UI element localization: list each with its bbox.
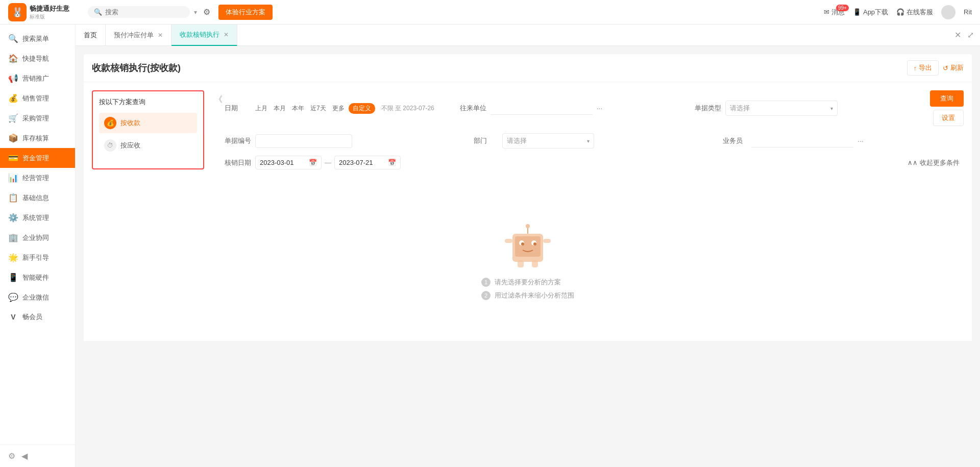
search-dropdown-btn[interactable]: ▾ [194, 9, 197, 16]
doc-no-label: 单据编号 [225, 136, 251, 145]
svg-rect-9 [543, 239, 551, 243]
header-left: 🐰 畅捷通好生意 标准版 🔍 ▾ ⚙ 体验行业方案 [8, 3, 824, 21]
message-btn[interactable]: ✉ 消息 99+ [824, 8, 845, 17]
dept-select[interactable]: 请选择 ▾ [502, 133, 594, 149]
empty-state-illustration [497, 218, 558, 269]
tab-bar-end: ✕ ⤢ [952, 28, 980, 42]
filter-query-type-box: 按以下方案查询 💰 按收款 ⏱ 按应收 [92, 90, 204, 169]
shortcut-more[interactable]: 更多 [330, 103, 347, 114]
app-name: 畅捷通好生意 [30, 4, 69, 13]
filter-group-party: 往来单位 ··· [460, 102, 687, 115]
party-dots-btn[interactable]: ··· [597, 104, 603, 112]
query-btn[interactable]: 查询 [930, 90, 964, 107]
filter-left-collapse-btn[interactable]: 《 [212, 94, 225, 105]
page-title: 收款核销执行(按收款) [92, 62, 181, 74]
capital-icon: 💳 [8, 153, 18, 163]
main-content: 首页 预付冲应付单 ✕ 收款核销执行 ✕ ✕ ⤢ 收款核销执行(按收款) ↑ 导… [76, 24, 980, 467]
tip-text-1: 请先选择要分析的方案 [495, 278, 561, 287]
tab-expand-btn[interactable]: ⤢ [965, 28, 976, 42]
headset-icon: 🎧 [896, 8, 904, 16]
sidebar-item-guide[interactable]: 🌟 新手引导 [0, 248, 75, 267]
tab-close-all-btn[interactable]: ✕ [952, 28, 963, 42]
search-input[interactable] [105, 8, 177, 16]
app-download-btn[interactable]: 📱 App下载 [853, 8, 888, 17]
sidebar-item-capital[interactable]: 💳 资金管理 [0, 148, 75, 168]
refresh-label: 刷新 [950, 63, 964, 72]
tab-prepay[interactable]: 预付冲应付单 ✕ [106, 24, 172, 46]
system-icon: ⚙️ [8, 213, 18, 223]
filter-settings-btn[interactable]: 设置 [933, 110, 964, 126]
calendar-end-icon: 📅 [388, 159, 396, 166]
sidebar-nav: 🔍 搜索菜单 🏠 快捷导航 📢 营销推广 💰 销售管理 🛒 采购管理 📦 库存核… [0, 24, 75, 445]
svg-rect-8 [505, 239, 512, 243]
export-btn[interactable]: ↑ 导出 [907, 60, 939, 76]
check-date-end-input[interactable]: 2023-07-21 📅 [334, 156, 401, 169]
doc-no-input[interactable] [255, 134, 352, 148]
sidebar-settings-btn[interactable]: ⚙ [8, 451, 15, 461]
message-badge: 99+ [836, 5, 849, 11]
sidebar-item-member[interactable]: V 畅会员 [0, 307, 75, 327]
collapse-more-btn[interactable]: ∧∧ 收起更多条件 [903, 156, 964, 169]
sidebar-item-smart-hw[interactable]: 📱 智能硬件 [0, 267, 75, 287]
filter-option-by-receivable[interactable]: ⏱ 按应收 [99, 135, 197, 156]
sidebar-item-quick-nav[interactable]: 🏠 快捷导航 [0, 48, 75, 68]
filter-option-by-receipt[interactable]: 💰 按收款 [99, 113, 197, 133]
sidebar-item-purchase[interactable]: 🛒 采购管理 [0, 108, 75, 128]
by-receivable-label: 按应收 [120, 141, 140, 150]
tip-num-2: 2 [481, 291, 491, 300]
shortcut-last-month[interactable]: 上月 [253, 103, 270, 114]
enterprise-icon: 🏢 [8, 233, 18, 242]
shortcut-custom[interactable]: 自定义 [349, 103, 375, 114]
sidebar-item-system[interactable]: ⚙️ 系统管理 [0, 208, 75, 228]
shortcut-this-year[interactable]: 本年 [290, 103, 306, 114]
filter-row-3: 核销日期 2023-03-01 📅 — 2023-07-21 📅 [225, 156, 964, 169]
empty-tip-2: 2 用过滤条件来缩小分析范围 [481, 291, 574, 300]
sidebar-item-label: 搜索菜单 [22, 34, 49, 43]
tab-prepay-label: 预付冲应付单 [114, 31, 154, 40]
page-title-bar: 收款核销执行(按收款) ↑ 导出 ↺ 刷新 [84, 54, 972, 82]
collapse-more-icon: ∧∧ [908, 159, 918, 166]
tab-receipt-verify[interactable]: 收款核销执行 ✕ [172, 24, 237, 46]
sidebar-item-label: 新手引导 [22, 253, 49, 262]
shortcut-7days[interactable]: 近7天 [308, 103, 328, 114]
tip-num-1: 1 [481, 278, 491, 287]
sidebar-item-operations[interactable]: 📊 经营管理 [0, 168, 75, 188]
check-date-start-input[interactable]: 2023-03-01 📅 [255, 156, 322, 169]
refresh-btn[interactable]: ↺ 刷新 [943, 63, 964, 72]
user-name[interactable]: Rit [964, 8, 972, 16]
industry-solution-btn[interactable]: 体验行业方案 [218, 5, 273, 20]
sidebar-item-label: 销售管理 [22, 94, 49, 103]
sidebar-item-inventory[interactable]: 📦 库存核算 [0, 128, 75, 148]
purchase-icon: 🛒 [8, 113, 18, 123]
empty-tip-1: 1 请先选择要分析的方案 [481, 278, 574, 287]
party-input[interactable] [491, 102, 593, 115]
sidebar-item-sales[interactable]: 💰 销售管理 [0, 88, 75, 108]
shortcut-this-month[interactable]: 本月 [272, 103, 288, 114]
staff-input[interactable] [751, 134, 853, 148]
user-avatar[interactable] [941, 5, 955, 19]
filter-fields: 日期 上月 本月 本年 近7天 更多 自定义 不限 至 2023-07-26 [225, 90, 964, 169]
by-receipt-label: 按收款 [120, 118, 140, 128]
sidebar-item-enterprise[interactable]: 🏢 企业协同 [0, 228, 75, 248]
tab-home[interactable]: 首页 [76, 24, 106, 46]
quick-nav-icon: 🏠 [8, 54, 18, 63]
logo-text-area: 畅捷通好生意 标准版 [30, 4, 69, 20]
page-content-area: 收款核销执行(按收款) ↑ 导出 ↺ 刷新 按以下方案查询 💰 按收款 [76, 46, 980, 467]
online-service-btn[interactable]: 🎧 在线客服 [896, 8, 933, 17]
export-label: 导出 [919, 63, 932, 72]
filter-group-date: 日期 上月 本月 本年 近7天 更多 自定义 不限 至 2023-07-26 [225, 103, 452, 114]
page-title-actions: ↑ 导出 ↺ 刷新 [907, 60, 964, 76]
marketing-icon: 📢 [8, 73, 18, 83]
sidebar-item-basic-info[interactable]: 📋 基础信息 [0, 188, 75, 208]
sidebar-item-search-menu[interactable]: 🔍 搜索菜单 [0, 29, 75, 48]
tab-prepay-close[interactable]: ✕ [158, 32, 163, 39]
sidebar-item-wx[interactable]: 💬 企业微信 [0, 287, 75, 307]
doc-type-select[interactable]: 请选择 ▾ [725, 101, 838, 116]
settings-gear-btn[interactable]: ⚙ [203, 7, 210, 17]
sidebar-collapse-btn[interactable]: ◀ [21, 451, 28, 461]
tab-receipt-verify-close[interactable]: ✕ [224, 31, 229, 38]
header-search-box[interactable]: 🔍 [88, 6, 190, 18]
sidebar-item-marketing[interactable]: 📢 营销推广 [0, 68, 75, 88]
staff-dots-btn[interactable]: ··· [857, 137, 864, 145]
inventory-icon: 📦 [8, 133, 18, 143]
